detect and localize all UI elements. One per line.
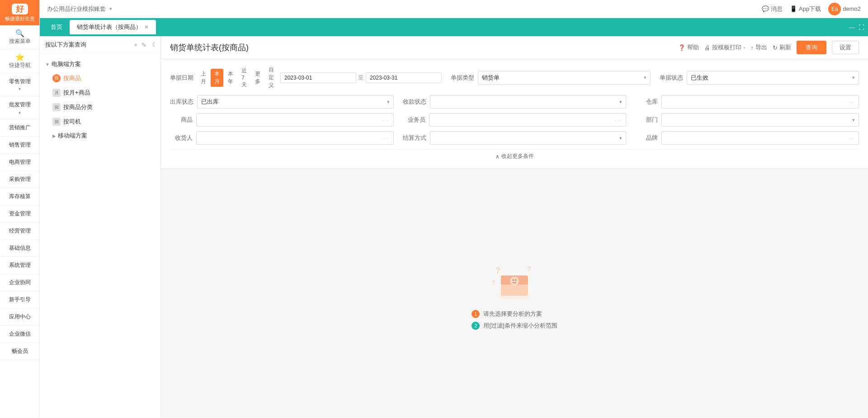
- date-tab-7days[interactable]: 近7天: [238, 66, 250, 90]
- sidebar-item-inventory[interactable]: 库存核算: [0, 188, 39, 205]
- filter-dept-field: 部门 ▾: [635, 113, 859, 127]
- status-control[interactable]: 已生效 ▾: [687, 71, 859, 85]
- template-print-btn[interactable]: 🖨 按模板打印 ▾: [704, 43, 745, 52]
- sidebar-item-ecommerce[interactable]: 电商管理: [0, 154, 39, 171]
- message-btn[interactable]: 💬 消息: [762, 5, 783, 13]
- sidebar-item-basic-info[interactable]: 基础信息: [0, 240, 39, 257]
- empty-state: ? ? ? 1 请先选择要分析的方案 2 用[过滤]条件来缩小分析范围: [161, 169, 868, 418]
- receiver-dots: ···: [382, 135, 390, 142]
- header-right: 💬 消息 📱 App下载 Ea demo2: [762, 3, 861, 15]
- svg-text:?: ?: [527, 265, 531, 272]
- receiver-control[interactable]: ···: [196, 131, 394, 145]
- help-btn[interactable]: ❓ 帮助: [678, 43, 699, 52]
- tab-close-icon[interactable]: ✕: [144, 24, 149, 30]
- stock-control[interactable]: 已出库 ▾: [197, 95, 394, 109]
- goods-icon: 商: [52, 74, 61, 82]
- app-download-btn[interactable]: 📱 App下载: [790, 5, 821, 13]
- phone-icon: 📱: [790, 5, 797, 12]
- tab-home[interactable]: 首页: [43, 20, 70, 34]
- edit-icon[interactable]: ✎: [142, 42, 146, 48]
- filter-warehouse-field: 仓库 ···: [635, 95, 859, 109]
- date-tab-more[interactable]: 更多: [251, 69, 264, 87]
- filter-receipt-field: 收款状态 ▾: [403, 95, 627, 109]
- search-menu-item[interactable]: 🔍 搜索菜单: [0, 25, 39, 49]
- goods-control[interactable]: ···: [196, 113, 394, 127]
- tab-bar-actions: — ⛶: [849, 24, 868, 31]
- query-button[interactable]: 查询: [797, 41, 826, 54]
- sidebar-item-marketing[interactable]: 营销推广: [0, 119, 39, 137]
- minimize-icon[interactable]: —: [849, 24, 855, 31]
- month-icon: 月: [52, 89, 61, 97]
- date-range-control: 上月 本月 本年 近7天 更多 自定义 至: [197, 65, 442, 90]
- message-icon: 💬: [762, 5, 769, 12]
- user-btn[interactable]: Ea demo2: [828, 3, 861, 15]
- sidebar-item-sales[interactable]: 销售管理: [0, 137, 39, 154]
- warehouse-dots: ···: [847, 99, 855, 105]
- brand-label: 品牌: [635, 134, 658, 142]
- content-area: 按以下方案查询 ＋ ✎ 《 ▼ 电脑端方案 商 按商品: [40, 36, 868, 418]
- quick-nav-item[interactable]: ⭐ 快捷导航: [0, 49, 39, 73]
- sidebar-item-system[interactable]: 系统管理: [0, 257, 39, 274]
- sidebar-item-enterprise[interactable]: 企业协同: [0, 274, 39, 291]
- tree-group-computer: ▼ 电脑端方案 商 按商品 月 按月+商品 回 按商品分类: [40, 57, 160, 129]
- svg-text:?: ?: [492, 280, 495, 286]
- receiver-label: 收货人: [170, 134, 193, 142]
- sidebar-item-purchase[interactable]: 采购管理: [0, 171, 39, 188]
- avatar: Ea: [828, 3, 841, 15]
- brand-control[interactable]: ···: [661, 131, 859, 145]
- app-logo: 好 畅捷通好生意: [0, 0, 39, 25]
- settings-button[interactable]: 设置: [832, 41, 859, 54]
- warehouse-control[interactable]: ···: [661, 95, 859, 109]
- tree-item-by-category[interactable]: 回 按商品分类: [40, 100, 160, 114]
- tree-item-by-goods[interactable]: 商 按商品: [40, 71, 160, 86]
- date-tab-this-year[interactable]: 本年: [224, 69, 237, 87]
- staff-label: 业务员: [403, 116, 425, 124]
- maximize-icon[interactable]: ⛶: [859, 24, 864, 31]
- date-to-input[interactable]: [366, 72, 442, 83]
- sidebar-item-member[interactable]: 畅会员: [0, 343, 39, 360]
- svg-text:?: ?: [495, 266, 500, 275]
- tree-group-computer-header[interactable]: ▼ 电脑端方案: [40, 57, 160, 71]
- filter-payment-field: 结算方式 ▾: [403, 131, 627, 145]
- filter-status-field: 单据状态 已生效 ▾: [660, 71, 859, 85]
- tree-item-by-month-goods[interactable]: 月 按月+商品: [40, 86, 160, 100]
- tree-group-mobile[interactable]: ▶ 移动端方案: [40, 129, 160, 142]
- tree-item-by-driver[interactable]: 回 按司机: [40, 114, 160, 129]
- receipt-label: 收款状态: [403, 98, 426, 106]
- filter-form: 单据日期 上月 本月 本年 近7天 更多 自定义 至: [161, 59, 868, 169]
- date-from-input[interactable]: [280, 72, 356, 83]
- date-tab-last-month[interactable]: 上月: [197, 69, 210, 87]
- sidebar-item-wholesale[interactable]: 批发管理 ▴: [0, 96, 39, 119]
- filter-type-field: 单据类型 销货单 ▾: [451, 71, 651, 85]
- add-icon[interactable]: ＋: [133, 41, 139, 49]
- export-btn[interactable]: ↑ 导出: [751, 43, 768, 52]
- collapse-icon[interactable]: 《: [149, 41, 155, 49]
- payment-control[interactable]: ▾: [430, 131, 627, 145]
- receipt-control[interactable]: ▾: [430, 95, 627, 109]
- type-control[interactable]: 销货单 ▾: [478, 71, 651, 85]
- date-tab-custom[interactable]: 自定义: [265, 65, 278, 90]
- dept-control[interactable]: ▾: [661, 113, 859, 127]
- industry-name: 办公用品行业模拟账套: [47, 5, 106, 13]
- goods-label: 商品: [170, 116, 193, 124]
- sidebar-item-wechat[interactable]: 企业微信: [0, 326, 39, 343]
- date-tab-this-month[interactable]: 本月: [211, 69, 223, 87]
- sidebar-item-operations[interactable]: 经营管理: [0, 223, 39, 240]
- sidebar-item-newuser[interactable]: 新手引导: [0, 291, 39, 309]
- header-left: 办公用品行业模拟账套 ▾: [47, 5, 112, 13]
- date-tabs: 上月 本月 本年 近7天 更多 自定义: [197, 65, 278, 90]
- refresh-btn[interactable]: ↻ 刷新: [773, 43, 791, 52]
- sidebar-item-finance[interactable]: 资金管理: [0, 205, 39, 223]
- tab-sales-report[interactable]: 销货单统计表（按商品） ✕: [70, 20, 156, 34]
- staff-dots: ···: [615, 117, 623, 124]
- page-title: 销货单统计表(按商品): [170, 42, 249, 53]
- staff-control[interactable]: ···: [429, 113, 627, 127]
- svg-point-4: [510, 276, 519, 285]
- collapse-button[interactable]: ∧ 收起更多条件: [170, 149, 859, 163]
- sidebar-item-appstore[interactable]: 应用中心: [0, 309, 39, 326]
- page-actions: ❓ 帮助 🖨 按模板打印 ▾ ↑ 导出 ↻ 刷新: [678, 41, 859, 54]
- sidebar-item-retail[interactable]: 零售管理 ▾: [0, 73, 39, 96]
- dept-label: 部门: [635, 116, 658, 124]
- step-num-2: 2: [472, 322, 480, 330]
- dropdown-icon[interactable]: ▾: [109, 6, 112, 12]
